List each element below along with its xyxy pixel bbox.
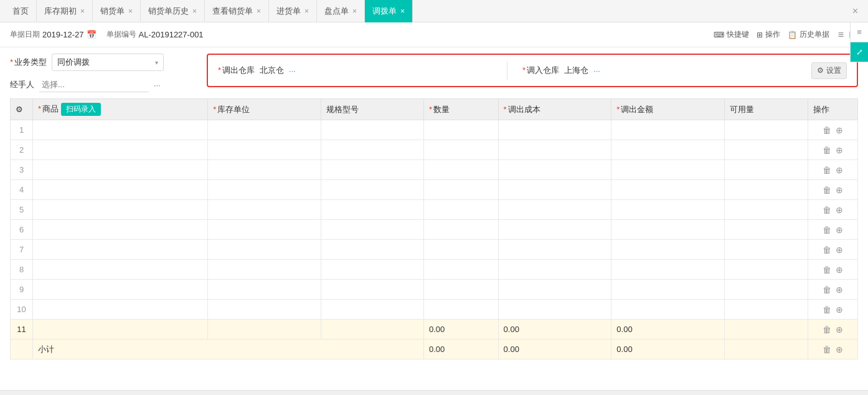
cell-spec[interactable]	[321, 280, 424, 300]
cell-cost[interactable]	[498, 220, 611, 240]
copy-icon[interactable]: ⊕	[836, 245, 843, 255]
delete-icon[interactable]: 🗑	[823, 145, 831, 155]
delete-icon[interactable]: 🗑	[823, 185, 831, 195]
cell-product[interactable]	[33, 120, 208, 140]
delete-icon[interactable]: 🗑	[823, 305, 831, 315]
tab-inventory-init[interactable]: 库存期初 ×	[37, 0, 93, 22]
delete-icon[interactable]: 🗑	[823, 165, 831, 175]
business-type-select[interactable]: 同价调拨 ▾	[52, 54, 164, 71]
cell-amount[interactable]	[611, 140, 725, 160]
cell-unit[interactable]	[208, 260, 321, 280]
delete-icon[interactable]: 🗑	[823, 325, 831, 335]
sidebar-expand-btn[interactable]: ⤢	[851, 42, 868, 62]
cell-cost[interactable]	[498, 160, 611, 180]
cell-unit[interactable]	[208, 180, 321, 200]
cell-spec[interactable]	[321, 220, 424, 240]
cell-qty[interactable]	[423, 140, 498, 160]
tab-purchase[interactable]: 进货单 ×	[269, 0, 317, 22]
cell-spec[interactable]	[321, 200, 424, 220]
tab-close-all[interactable]: ×	[847, 6, 863, 17]
cell-product[interactable]	[33, 280, 208, 300]
delete-icon[interactable]: 🗑	[823, 125, 831, 135]
cell-amount[interactable]	[611, 260, 725, 280]
copy-icon[interactable]: ⊕	[836, 285, 843, 295]
tab-close-sales-history[interactable]: ×	[192, 7, 197, 16]
cell-product[interactable]	[33, 200, 208, 220]
cell-amount[interactable]	[611, 180, 725, 200]
cell-qty[interactable]	[423, 300, 498, 320]
cell-cost[interactable]	[498, 280, 611, 300]
tab-close-sales-order[interactable]: ×	[128, 7, 133, 16]
tab-sales-order[interactable]: 销货单 ×	[93, 0, 141, 22]
delete-icon[interactable]: 🗑	[823, 265, 831, 275]
cell-qty[interactable]	[423, 280, 498, 300]
cell-spec[interactable]	[321, 300, 424, 320]
copy-icon[interactable]: ⊕	[836, 145, 843, 155]
transfer-in-more-btn[interactable]: ···	[593, 66, 600, 75]
transfer-out-more-btn[interactable]: ···	[289, 66, 296, 75]
cell-amount[interactable]	[611, 220, 725, 240]
cell-product[interactable]	[33, 300, 208, 320]
cell-cost[interactable]	[498, 300, 611, 320]
sidebar-list-btn[interactable]: ≡	[851, 22, 868, 42]
copy-icon[interactable]: ⊕	[836, 185, 843, 195]
cell-unit[interactable]	[208, 280, 321, 300]
cell-unit[interactable]	[208, 240, 321, 260]
cell-qty[interactable]	[423, 180, 498, 200]
cell-amount[interactable]	[611, 240, 725, 260]
tab-close-transfer[interactable]: ×	[400, 7, 405, 16]
cell-amount[interactable]	[611, 120, 725, 140]
cell-qty[interactable]	[423, 240, 498, 260]
cell-cost[interactable]	[498, 260, 611, 280]
cell-amount[interactable]	[611, 200, 725, 220]
cell-qty[interactable]	[423, 120, 498, 140]
cell-product[interactable]	[33, 160, 208, 180]
copy-icon[interactable]: ⊕	[836, 225, 843, 235]
copy-icon[interactable]: ⊕	[836, 305, 843, 315]
shortcuts-btn[interactable]: ⌨ 快捷键	[714, 29, 749, 40]
cell-spec[interactable]	[321, 120, 424, 140]
tab-close-purchase[interactable]: ×	[304, 7, 309, 16]
cell-unit[interactable]	[208, 220, 321, 240]
handler-more-btn[interactable]: ···	[154, 80, 161, 90]
cell-unit[interactable]	[208, 140, 321, 160]
handler-input[interactable]	[39, 77, 149, 92]
th-gear[interactable]: ⚙	[11, 99, 33, 120]
list-view-btn[interactable]: ≡	[837, 27, 845, 42]
cell-amount[interactable]	[611, 280, 725, 300]
cell-spec[interactable]	[321, 240, 424, 260]
tab-close-view-sales[interactable]: ×	[257, 7, 261, 16]
cell-spec[interactable]	[321, 180, 424, 200]
history-btn[interactable]: 📋 历史单据	[788, 29, 829, 40]
tab-close-stocktake[interactable]: ×	[352, 7, 357, 16]
tab-view-sales[interactable]: 查看销货单 ×	[205, 0, 269, 22]
delete-icon[interactable]: 🗑	[823, 285, 831, 295]
cell-spec[interactable]	[321, 260, 424, 280]
delete-icon-subtotal[interactable]: 🗑	[823, 345, 831, 355]
cell-cost[interactable]	[498, 140, 611, 160]
cell-product[interactable]	[33, 140, 208, 160]
cell-unit[interactable]	[208, 120, 321, 140]
cell-product[interactable]	[33, 180, 208, 200]
cell-qty[interactable]	[423, 260, 498, 280]
cell-product[interactable]	[33, 240, 208, 260]
tab-home[interactable]: 首页	[5, 0, 37, 22]
tab-sales-history[interactable]: 销货单历史 ×	[141, 0, 205, 22]
cell-qty[interactable]	[423, 200, 498, 220]
cell-unit[interactable]	[208, 300, 321, 320]
cell-amount[interactable]	[611, 300, 725, 320]
copy-icon[interactable]: ⊕	[836, 165, 843, 175]
tab-transfer[interactable]: 调拨单 ×	[365, 0, 413, 22]
cell-cost[interactable]	[498, 240, 611, 260]
tab-close-inventory-init[interactable]: ×	[80, 7, 85, 16]
cell-cost[interactable]	[498, 180, 611, 200]
cell-cost[interactable]	[498, 200, 611, 220]
cell-cost[interactable]	[498, 120, 611, 140]
copy-icon[interactable]: ⊕	[836, 265, 843, 275]
copy-icon[interactable]: ⊕	[836, 325, 843, 335]
operations-btn[interactable]: ⊞ 操作	[757, 29, 780, 40]
cell-product[interactable]	[33, 220, 208, 240]
cell-qty[interactable]	[423, 220, 498, 240]
cell-unit[interactable]	[208, 160, 321, 180]
cell-qty[interactable]	[423, 160, 498, 180]
